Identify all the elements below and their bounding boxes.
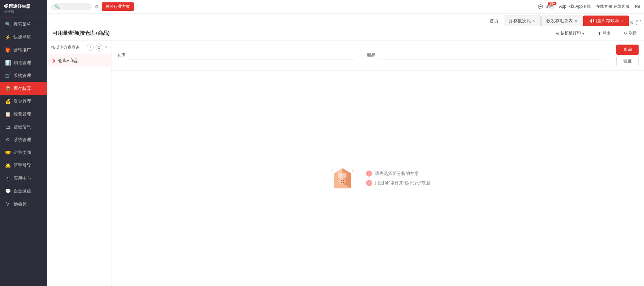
sidebar-label-membership: 畅会员 [14,201,27,207]
tab-receive-summary[interactable]: 收发存汇总表✕ [541,16,583,26]
sidebar-item-basic[interactable]: 🗃 基础信息 [0,121,47,133]
hint-text-1: 请先选择要分析的方案 [375,171,419,177]
divider2: | [617,31,618,36]
online-service-link[interactable]: 在线客服在线客服 [596,4,629,9]
app-download-text: App下载 [575,4,591,9]
svg-point-4 [339,178,346,184]
svg-point-5 [341,180,342,181]
tab-close-available-ledger[interactable]: ✕ [621,19,624,23]
sidebar-item-finance[interactable]: 💰 资金管理 [0,95,47,108]
settings-button[interactable]: 设置 [616,56,639,66]
sidebar-icon-enterprise: 🤝 [5,150,11,155]
filter-item-warehouse-product[interactable]: ⊕ 仓库+商品 [47,54,111,67]
sidebar-label-shortcuts: 快捷导航 [14,34,31,40]
query-button[interactable]: 查询 [616,45,639,55]
search-icon: 🔍 [55,4,60,9]
app-download-link[interactable]: App下载App下载 [559,4,591,9]
toolbar-right: 🖨 按模板打印 ▾ | ⬆ 导出 | ↻ 刷新 [553,29,639,37]
query-btn-group: 查询 设置 [616,45,639,66]
sidebar-item-shortcuts[interactable]: ⚡ 快捷导航 [0,31,47,44]
svg-point-8 [352,170,354,172]
sidebar-label-purchase: 采购管理 [14,73,31,79]
product-label: 商品 [367,52,376,58]
query-area: 仓库 ··· 商品 ··· 查询 设置 [111,41,644,286]
warehouse-input[interactable] [128,51,356,59]
tab-label-available-ledger: 可用量库存账本 [588,18,619,24]
sidebar-item-wechat[interactable]: 💬 企业微信 [0,185,47,198]
tab-available-ledger[interactable]: 可用量库存账本✕ [583,16,629,26]
tab-close-receive-summary[interactable]: ✕ [575,19,577,23]
message-icon: 💬 [538,4,543,9]
sidebar-item-membership[interactable]: V 畅会员 [0,198,47,210]
tab-home[interactable]: 首页 [485,16,503,26]
close-window-button[interactable]: ✕ [629,20,634,26]
sidebar-icon-wechat: 💬 [5,188,11,194]
filter-item-label: 仓库+商品 [58,58,78,64]
industry-solution-button[interactable]: 体验行业方案 [102,2,134,11]
warehouse-label: 仓库 [117,52,126,58]
print-dropdown-icon: ▾ [582,31,584,36]
sidebar: 畅康通好生意 标准版 🔍 搜索菜单 ⚡ 快捷导航 🎁 营销推广 📊 销售管理 🛒… [0,0,47,286]
sidebar-logo: 畅康通好生意 标准版 [0,0,47,18]
hint-text-2: 用[过滤]条件来缩小分析范围 [375,180,430,186]
sidebar-label-inventory: 库存核算 [14,85,31,92]
sidebar-icon-operations: 📋 [5,111,11,117]
topbar: 🔍 ⚙ 体验行业方案 💬 99+ 消息 App下载App下载 在线客服在线客服 … [47,0,644,14]
page-title: 可用量查询(按仓库+商品) [53,30,110,36]
sidebar-label-app-center: 应用中心 [14,175,31,181]
tab-label-batch-ledger: 库存批次账 [509,18,531,24]
product-input[interactable] [378,51,606,59]
export-button[interactable]: ⬆ 导出 [596,29,613,37]
tabbar: 首页库存批次账✕收发存汇总表✕可用量库存账本✕ ✕ ⛶ [47,14,644,26]
sidebar-item-app-center[interactable]: 📱 应用中心 [0,172,47,185]
topbar-search[interactable]: 🔍 [51,3,92,10]
sidebar-icon-finance: 💰 [5,99,11,104]
svg-point-7 [332,169,333,171]
sidebar-item-onboarding[interactable]: 🌟 新手引导 [0,159,47,172]
filter-header: 按以下方案查询 + ⊙ « [47,41,111,54]
tab-batch-ledger[interactable]: 库存批次账✕ [504,16,541,26]
sidebar-item-sales[interactable]: 📊 销售管理 [0,56,47,69]
product-field-group: 商品 ··· [367,51,611,59]
message-badge: 99+ [548,2,557,5]
hint-num-2: 2 [366,180,372,186]
sidebar-label-search: 搜索菜单 [14,21,31,27]
sidebar-icon-membership: V [5,201,11,207]
tab-label-receive-summary: 收发存汇总表 [546,18,573,24]
expand-window-button[interactable]: ⛶ [636,20,641,26]
sidebar-item-inventory[interactable]: 📦 库存核算 [0,82,47,95]
message-icon-wrap[interactable]: 💬 99+ 消息 [538,4,554,9]
export-icon: ⬆ [598,31,601,36]
app-edition: 标准版 [4,9,43,14]
user-name[interactable]: Rit [635,4,640,9]
filter-settings-button[interactable]: ⊙ [96,44,102,51]
print-button[interactable]: 🖨 按模板打印 ▾ [553,29,586,37]
sidebar-icon-marketing: 🎁 [5,47,11,53]
product-more-icon[interactable]: ··· [607,53,611,58]
refresh-button[interactable]: ↻ 刷新 [622,29,639,37]
sidebar-icon-system: ⚙ [5,137,11,142]
hint-item-1: 1 请先选择要分析的方案 [366,171,430,177]
refresh-icon: ↻ [624,31,627,36]
content-area: 按以下方案查询 + ⊙ « ⊕ 仓库+商品 仓库 ··· [47,41,644,286]
svg-rect-3 [338,173,346,178]
gear-icon[interactable]: ⚙ [95,4,99,10]
print-icon: 🖨 [555,31,559,36]
window-controls: ✕ ⛶ [629,20,644,26]
app-name: 畅康通好生意 [4,3,43,9]
empty-hints: 1 请先选择要分析的方案 2 用[过滤]条件来缩小分析范围 [366,171,430,186]
sidebar-item-enterprise[interactable]: 🤝 企业协同 [0,146,47,159]
sidebar-item-search[interactable]: 🔍 搜索菜单 [0,18,47,31]
online-service-text: 在线客服 [613,4,629,9]
sidebar-item-marketing[interactable]: 🎁 营销推广 [0,44,47,56]
add-filter-button[interactable]: + [87,44,94,51]
sidebar-item-purchase[interactable]: 🛒 采购管理 [0,69,47,82]
sidebar-icon-purchase: 🛒 [5,73,11,78]
sidebar-label-onboarding: 新手引导 [14,162,31,168]
warehouse-more-icon[interactable]: ··· [358,53,361,58]
tab-close-batch-ledger[interactable]: ✕ [533,19,536,23]
sidebar-item-system[interactable]: ⚙ 系统管理 [0,133,47,146]
filter-collapse-button[interactable]: « [104,44,107,51]
sidebar-icon-basic: 🗃 [5,124,11,130]
sidebar-item-operations[interactable]: 📋 经营管理 [0,108,47,121]
